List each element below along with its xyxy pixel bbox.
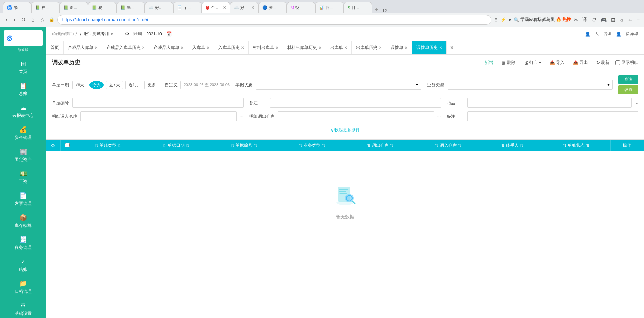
show-all-checkbox[interactable]: 显示明细 bbox=[615, 60, 638, 66]
browser-tab-3[interactable]: 📗 新... bbox=[60, 2, 88, 13]
th-handler[interactable]: ⇅ 经手人 ⇅ bbox=[482, 140, 542, 151]
close-tab-1[interactable]: ✕ bbox=[95, 46, 98, 50]
from-warehouse-picker[interactable]: ··· bbox=[240, 114, 244, 119]
close-tab-4[interactable]: ✕ bbox=[207, 46, 209, 50]
sidebar-item-assets[interactable]: 🏢 固定资产 bbox=[0, 144, 46, 166]
print-button[interactable]: 🖨 打印 ▾ bbox=[521, 58, 544, 67]
goods-picker[interactable]: ··· bbox=[634, 100, 638, 106]
date-1month[interactable]: 近1月 bbox=[125, 81, 143, 89]
browser-tab-9[interactable]: ☁️ 好... ✕ bbox=[230, 2, 258, 13]
close-tab-5[interactable]: ✕ bbox=[241, 46, 244, 50]
sidebar-item-home[interactable]: ⊞ 首页 bbox=[0, 56, 46, 78]
export-button[interactable]: 📤 导出 bbox=[570, 58, 591, 67]
show-all-input[interactable] bbox=[615, 60, 620, 65]
close-tab-3[interactable]: ✕ bbox=[181, 46, 184, 50]
refresh-button-page[interactable]: ↻ 刷新 bbox=[594, 58, 612, 67]
from-warehouse-input[interactable] bbox=[80, 111, 237, 121]
collapse-button[interactable]: ∧ 收起更多条件 bbox=[330, 127, 360, 133]
close-tab-2[interactable]: ✕ bbox=[142, 46, 145, 50]
th-to-warehouse[interactable]: ⇅ 调入仓库 ⇅ bbox=[414, 140, 482, 151]
close-tab-6[interactable]: ✕ bbox=[275, 46, 278, 50]
sidebar-item-ledger[interactable]: 📋 总账 bbox=[0, 78, 46, 100]
forward-button[interactable]: › bbox=[12, 15, 16, 24]
docno-input[interactable] bbox=[72, 98, 244, 108]
browser-tab-4[interactable]: 📗 易... bbox=[88, 2, 116, 13]
calendar-icon[interactable]: 📅 bbox=[166, 31, 172, 37]
date-custom[interactable]: 自定义 bbox=[162, 81, 181, 89]
select-all-checkbox[interactable] bbox=[65, 143, 70, 147]
browser-tab-2[interactable]: 📗 在... bbox=[31, 2, 60, 13]
close-all-tabs-button[interactable]: ✕ bbox=[447, 44, 457, 51]
browser-tab-12[interactable]: 📊 各... bbox=[315, 2, 344, 13]
page-tab-2[interactable]: 产成品入库单历史 ✕ bbox=[102, 41, 149, 54]
browser-tab-10[interactable]: 🔵 腾... bbox=[258, 2, 287, 13]
company-selector[interactable]: (勿删勿禁用) 江西服宝测试专用 ▾ bbox=[52, 31, 113, 37]
page-tab-11-active[interactable]: 调拨单历史 ✕ bbox=[412, 41, 447, 54]
th-from-warehouse[interactable]: ⇅ 调出仓库 ⇅ bbox=[346, 140, 414, 151]
close-tab-10[interactable]: ✕ bbox=[405, 46, 408, 50]
new-tab-button[interactable]: + bbox=[372, 6, 381, 13]
page-tab-1[interactable]: 产成品入库单 ✕ bbox=[64, 41, 102, 54]
browser-tab-5[interactable]: 📗 易... bbox=[116, 2, 145, 13]
sidebar-item-inventory[interactable]: 📦 库存核算 bbox=[0, 210, 46, 232]
company-settings-button[interactable]: ⚙ bbox=[125, 31, 129, 37]
th-biz-type[interactable]: ⇅ 业务类型 ⇅ bbox=[278, 140, 346, 151]
url-input[interactable] bbox=[57, 15, 491, 25]
page-tab-10[interactable]: 调拨单 ✕ bbox=[386, 41, 412, 54]
th-doc-date[interactable]: ⇅ 单据日期 ⇅ bbox=[142, 140, 210, 151]
sidebar-item-salary[interactable]: 💵 工资 bbox=[0, 166, 46, 188]
page-tab-4[interactable]: 入库单 ✕ bbox=[188, 41, 214, 54]
browser-tab-11[interactable]: M 畅... bbox=[287, 2, 315, 13]
query-button[interactable]: 查询 bbox=[618, 75, 638, 84]
page-tab-home[interactable]: 首页 bbox=[46, 41, 64, 54]
page-tab-7[interactable]: 材料出库单历史 ✕ bbox=[283, 41, 326, 54]
to-warehouse-picker[interactable]: ··· bbox=[437, 114, 441, 119]
page-tab-8[interactable]: 出库单 ✕ bbox=[326, 41, 352, 54]
close-tab-7[interactable]: ✕ bbox=[318, 46, 321, 50]
th-doc-status[interactable]: ⇅ 单账状态 ⇅ bbox=[542, 140, 610, 151]
settings-search-button[interactable]: 设置 bbox=[618, 85, 638, 94]
th-checkbox[interactable] bbox=[60, 140, 74, 151]
to-warehouse-input[interactable] bbox=[278, 111, 434, 121]
status-dropdown[interactable]: ▾ bbox=[256, 80, 421, 90]
new-button[interactable]: + 新增 bbox=[478, 58, 496, 67]
th-doc-type[interactable]: ⇅ 单账类型 ⇅ bbox=[74, 140, 142, 151]
goods-input[interactable] bbox=[467, 98, 632, 108]
page-tab-3[interactable]: 产成品入库单 ✕ bbox=[149, 41, 188, 54]
biztype-dropdown[interactable]: ▾ bbox=[448, 80, 613, 90]
back-button[interactable]: ‹ bbox=[4, 15, 9, 24]
sidebar-item-invoice[interactable]: 📄 发票管理 bbox=[0, 188, 46, 210]
page-tab-9[interactable]: 出库单历史 ✕ bbox=[352, 41, 386, 54]
sidebar-item-reports[interactable]: ☁ 云报表中心 bbox=[0, 100, 46, 122]
close-tab-9[interactable]: ✕ bbox=[379, 46, 382, 50]
browser-tab-6[interactable]: ☁️ 好... bbox=[145, 2, 173, 13]
page-tab-6[interactable]: 材料出库单 ✕ bbox=[249, 41, 283, 54]
th-gear[interactable]: ⚙ bbox=[46, 140, 60, 151]
import-button[interactable]: 📥 导入 bbox=[547, 58, 567, 67]
browser-tab-1[interactable]: 🌀 畅 bbox=[3, 2, 31, 13]
remark-input[interactable] bbox=[270, 98, 441, 108]
sidebar-item-settings[interactable]: ⚙ 基础设置 bbox=[0, 298, 46, 318]
sidebar-item-archive[interactable]: 📁 归档管理 bbox=[0, 276, 46, 298]
date-more[interactable]: 更多 bbox=[144, 81, 159, 89]
date-yesterday[interactable]: 昨天 bbox=[72, 81, 87, 89]
browser-tab-7[interactable]: 📄 个... bbox=[173, 2, 202, 13]
delete-button[interactable]: 🗑 删除 bbox=[499, 58, 518, 67]
refresh-button[interactable]: ↻ bbox=[20, 15, 27, 24]
add-company-button[interactable]: + bbox=[117, 31, 120, 37]
browser-tab-active[interactable]: 🅒 企... ✕ bbox=[202, 2, 230, 13]
browser-tab-13[interactable]: S 目... bbox=[344, 2, 372, 13]
bookmark-button[interactable]: ☆ bbox=[39, 15, 47, 24]
sidebar-item-funds[interactable]: 💰 资金管理 bbox=[0, 122, 46, 144]
date-7days[interactable]: 近7天 bbox=[106, 81, 123, 89]
sidebar-item-tax[interactable]: 🧾 税务管理 bbox=[0, 232, 46, 254]
page-tab-5[interactable]: 入库单历史 ✕ bbox=[214, 41, 249, 54]
close-tab-11[interactable]: ✕ bbox=[439, 46, 442, 50]
date-today[interactable]: 今天 bbox=[89, 81, 104, 89]
close-tab-8[interactable]: ✕ bbox=[344, 46, 347, 50]
home-button[interactable]: ⌂ bbox=[30, 15, 36, 24]
sidebar-item-close[interactable]: ✓ 结账 bbox=[0, 254, 46, 276]
support-label[interactable]: 人工咨询 bbox=[595, 31, 612, 37]
th-doc-no[interactable]: ⇅ 单据编号 ⇅ bbox=[210, 140, 278, 151]
remark2-input[interactable] bbox=[467, 111, 638, 121]
